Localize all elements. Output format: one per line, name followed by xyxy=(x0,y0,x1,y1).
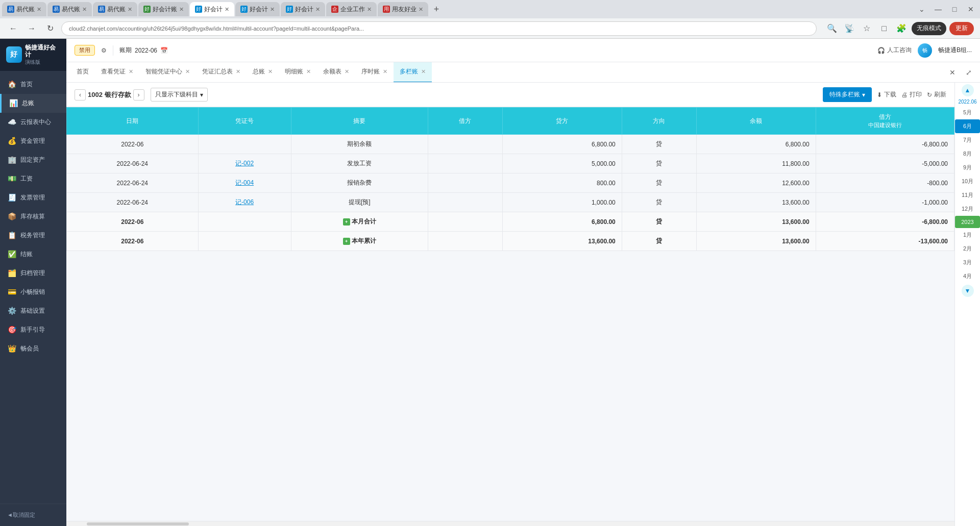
page-tab-voucher-close[interactable]: ✕ xyxy=(129,68,133,75)
page-tab-balance-close[interactable]: ✕ xyxy=(345,68,349,75)
browser-tab-1[interactable]: 易 易代账 ✕ xyxy=(2,2,46,16)
tab-close-8[interactable]: ✕ xyxy=(367,6,372,13)
sidebar-item-cloud-report[interactable]: ☁️ 云报表中心 xyxy=(0,113,66,132)
sidebar-item-expense[interactable]: 💳 小畅报销 xyxy=(0,283,66,302)
close-tab-btn[interactable]: ✕ xyxy=(945,65,960,80)
update-button[interactable]: 更新 xyxy=(949,22,974,35)
time-month-11[interactable]: 11月 xyxy=(955,188,980,202)
tab-close-9[interactable]: ✕ xyxy=(419,6,423,13)
search-icon[interactable]: 🔍 xyxy=(825,21,839,36)
cell-voucher[interactable]: 记-006 xyxy=(198,193,291,212)
page-tab-voucher[interactable]: 查看凭证 ✕ xyxy=(95,62,139,83)
sidebar-item-membership[interactable]: 👑 畅会员 xyxy=(0,339,66,358)
download-button[interactable]: ⬇ 下载 xyxy=(877,90,896,99)
sidebar-item-period-end[interactable]: ✅ 结账 xyxy=(0,245,66,264)
sidebar-item-archive[interactable]: 🗂️ 归档管理 xyxy=(0,264,66,283)
page-tab-smart-close[interactable]: ✕ xyxy=(185,68,190,75)
page-tab-sequence-close[interactable]: ✕ xyxy=(383,68,387,75)
page-tab-sequence[interactable]: 序时账 ✕ xyxy=(355,62,394,83)
sidebar-item-settings[interactable]: ⚙️ 基础设置 xyxy=(0,302,66,320)
h-scrollbar-thumb[interactable] xyxy=(87,522,189,525)
time-month-9[interactable]: 9月 xyxy=(955,161,980,174)
tab-close-7[interactable]: ✕ xyxy=(315,6,320,13)
h-scrollbar[interactable] xyxy=(66,521,954,526)
browser-tab-6[interactable]: 好 好会计 ✕ xyxy=(235,2,280,16)
tab-close-6[interactable]: ✕ xyxy=(270,6,275,13)
new-tab-button[interactable]: + xyxy=(429,2,444,16)
cell-voucher[interactable]: 记-002 xyxy=(198,154,291,173)
time-month-2[interactable]: 2月 xyxy=(955,242,980,256)
ledger-prev-button[interactable]: ‹ xyxy=(75,89,86,101)
time-month-1[interactable]: 1月 xyxy=(955,228,980,242)
time-month-6[interactable]: 6月 xyxy=(955,119,980,133)
browser-tab-7[interactable]: 好 好会计 ✕ xyxy=(281,2,325,16)
cell-extra: -5,000.00 xyxy=(816,154,954,173)
page-tab-balance-label: 余额表 xyxy=(323,67,341,76)
page-tab-general-close[interactable]: ✕ xyxy=(268,68,273,75)
time-nav-down[interactable]: ▼ xyxy=(962,285,974,297)
tab-close-4[interactable]: ✕ xyxy=(179,6,184,13)
tab-maximize-button[interactable]: □ xyxy=(947,2,962,16)
settings-button[interactable]: ⚙ xyxy=(101,47,107,54)
page-tab-multi-close[interactable]: ✕ xyxy=(421,68,426,75)
ledger-next-button[interactable]: › xyxy=(133,89,144,101)
cast-icon[interactable]: 📡 xyxy=(842,21,856,36)
browser-tab-2[interactable]: 易 易代账 ✕ xyxy=(47,2,92,16)
page-tab-detail[interactable]: 明细账 ✕ xyxy=(279,62,317,83)
sidebar-item-general-ledger[interactable]: 📊 总账 xyxy=(0,94,66,113)
page-tab-detail-close[interactable]: ✕ xyxy=(306,68,311,75)
tab-close-3[interactable]: ✕ xyxy=(128,6,132,13)
url-input[interactable]: cloud2.chanjet.com/accounting/uh26t264j5… xyxy=(61,21,817,36)
expand-tab-btn[interactable]: ⤢ xyxy=(962,65,976,80)
sidebar-item-salary[interactable]: 💵 工资 xyxy=(0,169,66,188)
tab-close-window-button[interactable]: ✕ xyxy=(964,2,978,16)
print-button[interactable]: 🖨 打印 xyxy=(901,90,922,99)
page-tab-summary-close[interactable]: ✕ xyxy=(236,68,240,75)
unpin-button[interactable]: ◄取消固定 xyxy=(7,509,59,521)
cell-voucher[interactable]: 记-004 xyxy=(198,173,291,193)
tab-prev-button[interactable]: ⌄ xyxy=(915,2,929,16)
page-tab-multicolumn[interactable]: 多栏账 ✕ xyxy=(394,62,432,83)
page-tab-home[interactable]: 首页 xyxy=(70,62,95,83)
time-month-3[interactable]: 3月 xyxy=(955,256,980,269)
time-month-10[interactable]: 10月 xyxy=(955,174,980,188)
browser-tab-9[interactable]: 用 用友好业 ✕ xyxy=(378,2,428,16)
forward-button[interactable]: → xyxy=(24,21,39,36)
page-tab-general[interactable]: 总账 ✕ xyxy=(247,62,279,83)
browser-actions: 🔍 📡 ☆ □ 🧩 无痕模式 更新 xyxy=(825,21,974,36)
sidebar-item-fund[interactable]: 💰 资金管理 xyxy=(0,132,66,151)
incognito-button[interactable]: 无痕模式 xyxy=(912,22,946,35)
browser-tab-3[interactable]: 易 易代账 ✕ xyxy=(93,2,137,16)
sidebar-item-guide[interactable]: 🎯 新手引导 xyxy=(0,320,66,339)
consult-button[interactable]: 🎧 人工咨询 xyxy=(877,46,912,55)
sidebar-item-fixed-assets[interactable]: 🏢 固定资产 xyxy=(0,151,66,169)
back-button[interactable]: ← xyxy=(6,21,20,36)
browser-tab-5[interactable]: 好 好会计 ✕ xyxy=(190,2,234,16)
tab-close-1[interactable]: ✕ xyxy=(37,6,41,13)
tab-minimize-button[interactable]: — xyxy=(931,2,945,16)
browser-tab-4[interactable]: 好 好会计账 ✕ xyxy=(138,2,189,16)
page-tab-summary[interactable]: 凭证汇总表 ✕ xyxy=(196,62,247,83)
sidebar-item-inventory[interactable]: 📦 库存核算 xyxy=(0,207,66,226)
extension-icon[interactable]: 🧩 xyxy=(894,21,909,36)
tab-close-2[interactable]: ✕ xyxy=(82,6,87,13)
bookmark-icon[interactable]: ☆ xyxy=(860,21,874,36)
time-month-5[interactable]: 5月 xyxy=(955,106,980,119)
time-month-4[interactable]: 4月 xyxy=(955,269,980,283)
feature-btn[interactable]: 特殊多栏账 ▾ xyxy=(823,87,872,102)
browser-tab-8[interactable]: 企 企业工作 ✕ xyxy=(326,2,377,16)
sidebar-item-home[interactable]: 🏠 首页 xyxy=(0,75,66,94)
refresh-button[interactable]: ↻ 刷新 xyxy=(927,90,946,99)
time-nav-up[interactable]: ▲ xyxy=(962,84,974,96)
time-month-7[interactable]: 7月 xyxy=(955,133,980,147)
sidebar-item-invoice[interactable]: 🧾 发票管理 xyxy=(0,188,66,207)
refresh-button[interactable]: ↻ xyxy=(43,21,57,36)
page-tab-balance[interactable]: 余额表 ✕ xyxy=(317,62,355,83)
sidebar-item-tax[interactable]: 📋 税务管理 xyxy=(0,226,66,245)
time-month-8[interactable]: 8月 xyxy=(955,147,980,161)
tab-close-5[interactable]: ✕ xyxy=(225,6,229,13)
subject-filter[interactable]: 只显示下级科目 ▾ xyxy=(151,88,208,102)
page-tab-smart-voucher[interactable]: 智能凭证中心 ✕ xyxy=(139,62,196,83)
time-month-12[interactable]: 12月 xyxy=(955,202,980,216)
profile-icon[interactable]: □ xyxy=(877,21,891,36)
